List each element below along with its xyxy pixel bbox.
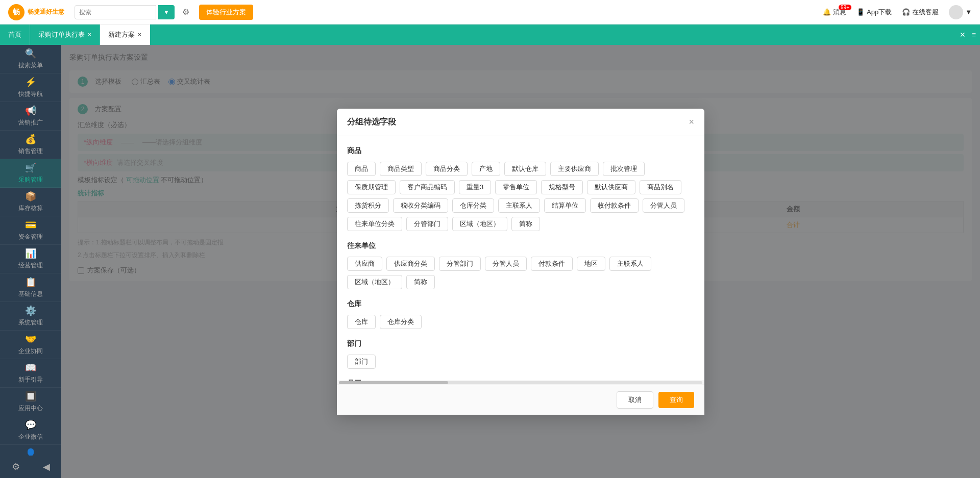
search-input[interactable] — [75, 5, 156, 19]
field-tag-staff-partner[interactable]: 分管人员 — [485, 257, 527, 271]
sidebar-item-inventory[interactable]: 📦 库存核算 — [0, 188, 61, 216]
field-tag-retail-unit[interactable]: 零售单位 — [495, 180, 537, 194]
sales-icon: 💰 — [25, 134, 36, 145]
top-nav-right: 🔔 消息 99+ 📱 App下载 🎧 在线客服 ▼ — [823, 5, 972, 19]
experience-button[interactable]: 体验行业方案 — [199, 5, 253, 20]
field-tag-contact-partner[interactable]: 主联系人 — [609, 257, 651, 271]
modal-horizontal-scrollbar[interactable] — [337, 381, 704, 384]
field-tag-payment-terms[interactable]: 收付款条件 — [590, 198, 639, 213]
confirm-button[interactable]: 查询 — [658, 392, 694, 408]
field-tag-batch-mgmt[interactable]: 批次管理 — [603, 162, 645, 176]
tab-menu-icon[interactable]: ≡ — [972, 31, 976, 39]
sidebar-item-system[interactable]: ⚙️ 系统管理 — [0, 302, 61, 331]
sidebar-item-quick-nav[interactable]: ⚡ 快捷导航 — [0, 73, 61, 102]
system-icon: ⚙️ — [25, 305, 36, 316]
tab-new-plan[interactable]: 新建方案 × — [100, 24, 150, 45]
sidebar-item-finance[interactable]: 💳 资金管理 — [0, 216, 61, 245]
field-tag-integral[interactable]: 拣货积分 — [347, 198, 389, 213]
tab-home[interactable]: 首页 — [0, 24, 30, 45]
sidebar-item-sales[interactable]: 💰 销售管理 — [0, 131, 61, 159]
notification-badge: 99+ — [839, 5, 851, 10]
search-button[interactable]: ▼ — [158, 5, 175, 19]
app-download-item[interactable]: 📱 App下载 — [856, 8, 892, 17]
sidebar-item-wecom[interactable]: 💬 企业微信 — [0, 416, 61, 445]
operation-icon: 📊 — [25, 248, 36, 259]
field-tag-warehouse-category[interactable]: 仓库分类 — [380, 315, 422, 329]
tab-purchase-list-close[interactable]: × — [88, 31, 91, 38]
nav-settings-icon[interactable]: ⚙ — [179, 5, 193, 19]
field-tags-warehouse: 仓库 仓库分类 — [347, 315, 694, 329]
notification-item[interactable]: 🔔 消息 99+ — [823, 8, 846, 17]
field-tag-spec-model[interactable]: 规格型号 — [541, 180, 583, 194]
field-tag-origin[interactable]: 产地 — [472, 162, 500, 176]
logo-area: 畅 畅捷通好生意 — [8, 4, 69, 20]
app-center-icon: 🔲 — [25, 391, 36, 402]
field-tag-goods-category[interactable]: 商品分类 — [426, 162, 468, 176]
field-tags-partner: 供应商 供应商分类 分管部门 分管人员 付款条件 地区 主联系人 区域（地区） … — [347, 257, 694, 289]
avatar — [949, 5, 963, 19]
field-tag-default-supplier[interactable]: 默认供应商 — [587, 180, 635, 194]
sidebar: 🔍 搜索菜单 ⚡ 快捷导航 📢 营销推广 💰 销售管理 🛒 采购管理 📦 库存核… — [0, 45, 61, 478]
user-avatar-area[interactable]: ▼ — [949, 5, 972, 19]
tab-bar: 首页 采购订单执行表 × 新建方案 × ✕ ≡ — [0, 24, 980, 45]
field-tag-dept-name[interactable]: 部门 — [347, 355, 376, 369]
sidebar-collapse-button[interactable]: ◀ — [43, 461, 50, 472]
field-tag-from-unit[interactable]: 往来单位分类 — [347, 217, 402, 231]
field-tag-goods-alias[interactable]: 商品别名 — [640, 180, 681, 194]
logo-text: 畅捷通好生意 — [28, 8, 64, 15]
field-tag-warehouse-cat[interactable]: 仓库分类 — [452, 198, 494, 213]
sidebar-item-collab[interactable]: 🤝 企业协同 — [0, 331, 61, 359]
online-service-item[interactable]: 🎧 在线客服 — [902, 8, 939, 17]
field-tag-region2-partner[interactable]: 区域（地区） — [347, 275, 402, 289]
marketing-icon: 📢 — [25, 105, 36, 116]
field-tag-warehouse-name[interactable]: 仓库 — [347, 315, 376, 329]
tab-new-plan-close[interactable]: × — [138, 31, 141, 38]
sidebar-item-operation[interactable]: 📊 经营管理 — [0, 245, 61, 273]
sidebar-item-app-center[interactable]: 🔲 应用中心 — [0, 388, 61, 416]
field-tag-customer-code[interactable]: 客户商品编码 — [400, 180, 455, 194]
field-tag-dept-partner[interactable]: 分管部门 — [439, 257, 481, 271]
field-tag-settlement-unit[interactable]: 结算单位 — [544, 198, 586, 213]
field-tag-weight3[interactable]: 重量3 — [459, 180, 491, 194]
field-tags-goods: 商品 商品类型 商品分类 产地 默认仓库 主要供应商 批次管理 保质期管理 客户… — [347, 162, 694, 231]
group-title-goods: 商品 — [347, 146, 694, 156]
field-tag-dept-managed[interactable]: 分管部门 — [406, 217, 448, 231]
group-title-department: 部门 — [347, 339, 694, 348]
logo-icon: 畅 — [8, 4, 24, 20]
sidebar-item-guide[interactable]: 📖 新手引导 — [0, 359, 61, 388]
chevron-down-icon: ▼ — [965, 8, 972, 16]
field-tag-supplier-cat[interactable]: 供应商分类 — [386, 257, 435, 271]
field-tag-abbr-partner[interactable]: 简称 — [406, 275, 435, 289]
field-tag-goods-name[interactable]: 商品 — [347, 162, 376, 176]
field-tags-department: 部门 — [347, 355, 694, 369]
field-tag-default-warehouse[interactable]: 默认仓库 — [504, 162, 546, 176]
field-tag-supplier[interactable]: 供应商 — [347, 257, 382, 271]
field-tag-goods-type[interactable]: 商品类型 — [380, 162, 422, 176]
sidebar-settings-button[interactable]: ⚙ — [12, 461, 20, 472]
sidebar-item-search[interactable]: 🔍 搜索菜单 — [0, 45, 61, 73]
guide-icon: 📖 — [25, 362, 36, 373]
search-icon: 🔍 — [25, 48, 36, 59]
field-tag-contact[interactable]: 主联系人 — [498, 198, 540, 213]
field-tag-tax-code[interactable]: 税收分类编码 — [393, 198, 448, 213]
field-tag-pay-terms[interactable]: 付款条件 — [531, 257, 573, 271]
quick-nav-icon: ⚡ — [25, 77, 36, 88]
sidebar-item-purchase[interactable]: 🛒 采购管理 — [0, 159, 61, 188]
basic-info-icon: 📋 — [25, 276, 36, 288]
field-tag-region-partner[interactable]: 地区 — [577, 257, 605, 271]
field-tag-abbr-goods[interactable]: 简称 — [511, 217, 540, 231]
group-title-partner: 往来单位 — [347, 241, 694, 250]
field-tag-expiry-mgmt[interactable]: 保质期管理 — [347, 180, 396, 194]
finance-icon: 💳 — [25, 219, 36, 231]
sidebar-item-basic-info[interactable]: 📋 基础信息 — [0, 273, 61, 302]
field-tag-region-goods[interactable]: 区域（地区） — [452, 217, 507, 231]
modal-close-button[interactable]: × — [689, 117, 694, 127]
tab-purchase-list[interactable]: 采购订单执行表 × — [30, 24, 100, 45]
tab-close-all-icon[interactable]: ✕ — [960, 31, 966, 39]
field-tag-manager[interactable]: 分管人员 — [643, 198, 684, 213]
sidebar-item-marketing[interactable]: 📢 营销推广 — [0, 102, 61, 131]
modal-footer: 取消 查询 — [337, 385, 704, 415]
cancel-button[interactable]: 取消 — [617, 391, 653, 409]
field-tag-main-supplier[interactable]: 主要供应商 — [550, 162, 599, 176]
headset-icon: 🎧 — [902, 8, 910, 16]
